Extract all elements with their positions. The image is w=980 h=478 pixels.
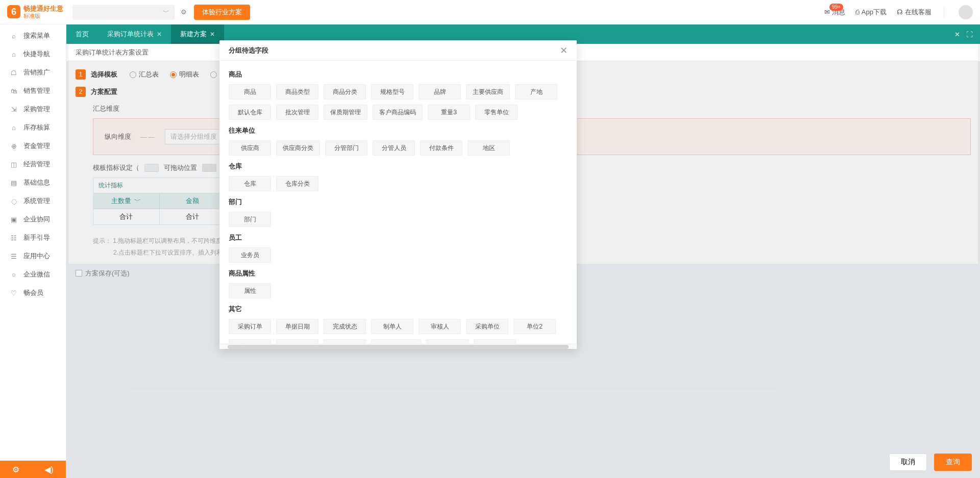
query-button[interactable]: 查询 xyxy=(934,454,972,471)
field-option[interactable]: 价格类型 xyxy=(324,339,366,344)
field-option[interactable]: 品牌 xyxy=(419,84,461,99)
field-option[interactable]: 商品类型 xyxy=(276,84,318,99)
field-option[interactable]: 采购订单 xyxy=(229,319,271,334)
field-option[interactable]: 供应商分类 xyxy=(276,140,320,156)
field-option[interactable]: 单据日期 xyxy=(276,319,318,334)
sidebar-item-label: 系统管理 xyxy=(23,196,50,206)
field-option[interactable]: 付款条件 xyxy=(420,140,462,156)
sidebar-item-label: 基础信息 xyxy=(23,178,50,187)
sidebar-item-6[interactable]: ⊕资金管理 xyxy=(0,137,66,155)
sidebar-item-icon: ▣ xyxy=(9,216,18,223)
field-group-title: 商品 xyxy=(229,70,568,79)
tab-1[interactable]: 采购订单统计表✕ xyxy=(98,24,171,44)
avatar[interactable] xyxy=(959,5,973,19)
sidebar-item-label: 企业协同 xyxy=(23,215,50,224)
logo-icon: 6 xyxy=(7,5,20,18)
settings-icon[interactable]: ⚙ xyxy=(12,465,19,474)
field-option[interactable]: 分管部门 xyxy=(325,140,368,156)
field-picker-modal: 分组待选字段 ✕ 商品商品商品类型商品分类规格型号品牌主要供应商产地默认仓库批次… xyxy=(219,40,577,349)
tab-label: 首页 xyxy=(76,30,89,39)
field-option[interactable]: 批次管理 xyxy=(276,105,318,120)
field-option[interactable]: 重量3 xyxy=(428,105,470,120)
modal-hscroll[interactable] xyxy=(219,344,577,349)
sidebar-item-14[interactable]: ♡畅会员 xyxy=(0,284,66,302)
logo: 6 畅捷通好生意 标准版 xyxy=(7,5,67,18)
gear-icon[interactable]: ⚙ xyxy=(181,8,187,16)
messages-badge: 99+ xyxy=(829,4,843,11)
messages-link[interactable]: ✉ 消息 99+ xyxy=(824,8,845,17)
sidebar-item-2[interactable]: ☖营销推广 xyxy=(0,63,66,82)
sidebar-item-icon: ⌂ xyxy=(9,124,18,132)
sidebar-item-5[interactable]: ⌂库存核算 xyxy=(0,118,66,137)
field-option[interactable]: 单位2 xyxy=(513,319,556,334)
company-selector[interactable]: ﹀ xyxy=(72,5,175,20)
fullscreen-icon[interactable]: ⛶ xyxy=(966,31,973,38)
sidebar-item-icon: ◌ xyxy=(9,197,18,205)
field-option[interactable]: 制单人 xyxy=(371,319,413,334)
sidebar-item-label: 搜索菜单 xyxy=(23,31,50,40)
sidebar-item-label: 库存核算 xyxy=(23,123,50,132)
field-option[interactable]: 属性 xyxy=(229,283,271,298)
field-option[interactable]: 完成状态 xyxy=(324,319,366,334)
field-option[interactable]: 商品 xyxy=(229,84,271,99)
field-option[interactable]: 批号 xyxy=(276,339,318,344)
field-option[interactable]: 供应商 xyxy=(229,140,271,156)
sidebar-item-icon: ◫ xyxy=(9,161,18,168)
sidebar-item-9[interactable]: ◌系统管理 xyxy=(0,192,66,210)
field-option[interactable]: 赠品 xyxy=(426,339,469,344)
sidebar-item-label: 资金管理 xyxy=(23,141,50,150)
field-option[interactable]: 审核人 xyxy=(419,319,461,334)
sidebar-item-0[interactable]: ⌕搜索菜单 xyxy=(0,27,66,45)
field-option[interactable]: 仓库分类 xyxy=(276,176,318,191)
field-option[interactable]: 预计到货日期 xyxy=(371,339,421,344)
support-link[interactable]: ☊ 在线客服 xyxy=(897,8,932,17)
tab-0[interactable]: 首页 xyxy=(66,24,98,44)
field-option[interactable]: 零售单位 xyxy=(475,105,518,120)
sidebar-item-label: 企业微信 xyxy=(23,270,50,279)
sidebar-item-icon: ▤ xyxy=(9,179,18,187)
field-option[interactable]: 规格型号 xyxy=(371,84,413,99)
field-option[interactable]: 主要供应商 xyxy=(466,84,510,99)
topbar: 6 畅捷通好生意 标准版 ﹀ ⚙ 体验行业方案 ✉ 消息 99+ ⎙ App下载… xyxy=(0,0,980,24)
sidebar-item-icon: ⌂ xyxy=(9,51,18,58)
field-option[interactable]: 主计量 xyxy=(229,339,271,344)
close-icon[interactable]: ✕ xyxy=(560,45,568,56)
sidebar-item-12[interactable]: ☰应用中心 xyxy=(0,247,66,265)
app-download-link[interactable]: ⎙ App下载 xyxy=(855,8,887,17)
tab-2[interactable]: 新建方案✕ xyxy=(171,24,224,44)
field-option[interactable]: 产地 xyxy=(515,84,557,99)
sidebar-item-1[interactable]: ⌂快捷导航 xyxy=(0,45,66,63)
field-group-title: 其它 xyxy=(229,305,568,314)
field-option[interactable]: 地区 xyxy=(468,140,510,156)
cancel-button[interactable]: 取消 xyxy=(889,454,927,471)
sidebar-item-4[interactable]: ⇲采购管理 xyxy=(0,100,66,118)
field-option[interactable]: 业务员 xyxy=(229,247,271,263)
tab-close-icon[interactable]: ✕ xyxy=(157,31,162,38)
field-option[interactable]: 分管人员 xyxy=(373,140,415,156)
sidebar-item-3[interactable]: 🛍销售管理 xyxy=(0,82,66,100)
sidebar-item-icon: ○ xyxy=(9,271,18,279)
field-option[interactable]: 部门 xyxy=(229,212,271,227)
field-group-title: 仓库 xyxy=(229,162,568,171)
sidebar-item-label: 畅会员 xyxy=(23,288,43,297)
sidebar-item-label: 采购管理 xyxy=(23,105,50,114)
tab-close-icon[interactable]: ✕ xyxy=(210,31,215,38)
field-option[interactable]: 采购单位 xyxy=(466,319,508,334)
field-option[interactable]: 商品分类 xyxy=(324,84,366,99)
field-option[interactable]: 保质期管理 xyxy=(324,105,368,120)
sidebar-item-label: 新手引导 xyxy=(23,233,50,242)
field-option[interactable]: 销售订单 xyxy=(474,339,516,344)
sidebar-item-10[interactable]: ▣企业协同 xyxy=(0,210,66,229)
sidebar-item-11[interactable]: ☷新手引导 xyxy=(0,229,66,247)
trial-button[interactable]: 体验行业方案 xyxy=(194,5,250,20)
sidebar-item-7[interactable]: ◫经营管理 xyxy=(0,155,66,173)
field-option[interactable]: 客户商品编码 xyxy=(373,105,423,120)
field-option[interactable]: 仓库 xyxy=(229,176,271,191)
sidebar-item-13[interactable]: ○企业微信 xyxy=(0,265,66,284)
modal-title: 分组待选字段 xyxy=(229,46,268,55)
collapse-icon[interactable]: ◀) xyxy=(44,465,53,474)
sidebar-item-icon: ♡ xyxy=(9,289,18,297)
sidebar-item-8[interactable]: ▤基础信息 xyxy=(0,173,66,192)
field-option[interactable]: 默认仓库 xyxy=(229,105,271,120)
tab-close-all-icon[interactable]: ✕ xyxy=(954,31,960,38)
